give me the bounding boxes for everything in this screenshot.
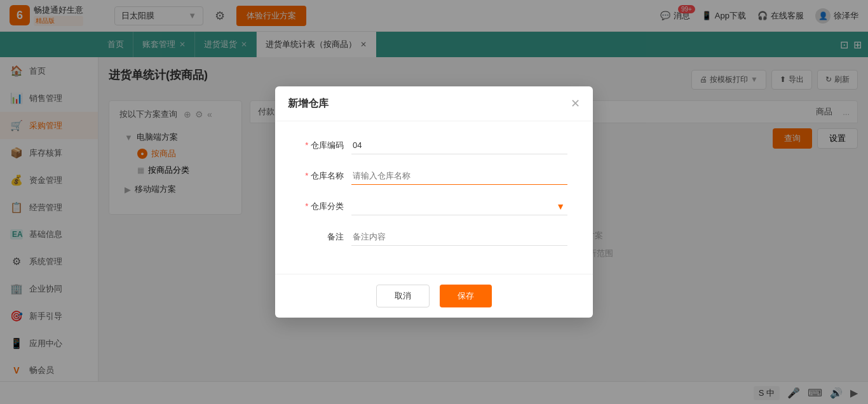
note-label: 备注 [301,231,351,243]
note-input[interactable] [351,228,567,246]
code-input[interactable] [351,137,567,154]
modal-overlay: 新增仓库 ✕ 仓库编码 仓库名称 仓库分类 ▼ [0,0,868,404]
code-label: 仓库编码 [301,140,351,151]
name-input[interactable] [351,167,567,185]
save-button[interactable]: 保存 [440,285,492,307]
name-label: 仓库名称 [301,170,351,182]
modal-title: 新增仓库 [288,97,329,111]
modal-footer: 取消 保存 [275,274,593,318]
category-select[interactable] [351,198,567,215]
category-select-wrap: ▼ [351,198,567,215]
form-row-name: 仓库名称 [301,167,567,185]
form-row-code: 仓库编码 [301,137,567,154]
form-row-category: 仓库分类 ▼ [301,198,567,215]
category-label: 仓库分类 [301,201,351,212]
cancel-button[interactable]: 取消 [376,285,430,307]
modal-close-button[interactable]: ✕ [571,97,580,111]
form-row-note: 备注 [301,228,567,246]
modal-header: 新增仓库 ✕ [275,86,593,121]
new-warehouse-modal: 新增仓库 ✕ 仓库编码 仓库名称 仓库分类 ▼ [275,86,593,318]
modal-body: 仓库编码 仓库名称 仓库分类 ▼ 备注 [275,121,593,274]
